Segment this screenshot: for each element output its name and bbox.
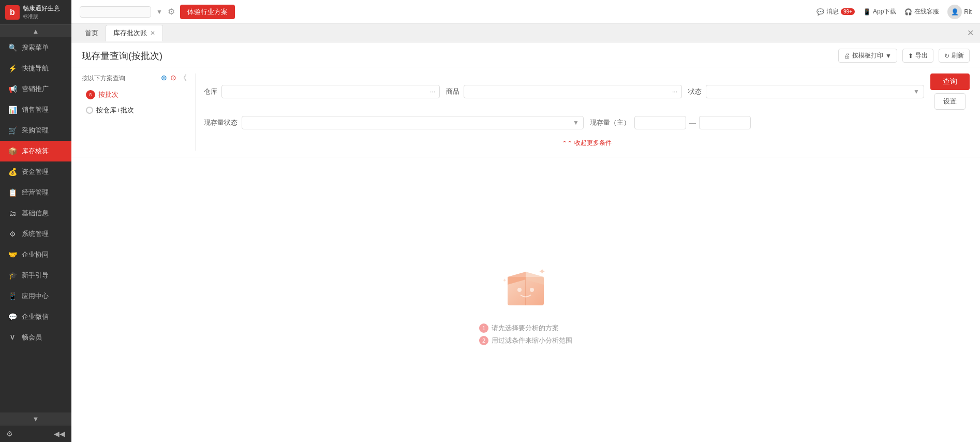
- messages-badge: 99+: [841, 8, 855, 15]
- sidebar-item-operations[interactable]: 📋 经营管理: [0, 182, 71, 203]
- system-icon: ⚙: [7, 229, 18, 239]
- enterprise-icon: 🤝: [7, 249, 18, 260]
- empty-illustration: ✦ ✦: [495, 251, 557, 313]
- purchase-icon: 🛒: [7, 125, 18, 136]
- basic-info-icon: 🗂: [7, 208, 18, 218]
- search-input[interactable]: [84, 8, 146, 16]
- sidebar-item-sales[interactable]: 📊 销售管理: [0, 99, 71, 120]
- sidebar-header: b 畅康通好生意 标准版: [0, 0, 71, 25]
- filter-group-product: 商品 ···: [446, 85, 682, 98]
- warehouse-label: 仓库: [204, 87, 217, 96]
- sidebar-item-app-center[interactable]: 📱 应用中心: [0, 286, 71, 306]
- warehouse-input[interactable]: ···: [221, 85, 440, 98]
- product-label: 商品: [446, 87, 459, 96]
- tab-home-label: 首页: [85, 28, 98, 38]
- query-button[interactable]: 查询: [930, 73, 970, 90]
- sidebar-item-system[interactable]: ⚙ 系统管理: [0, 224, 71, 244]
- sidebar-scroll-up[interactable]: ▲: [0, 25, 71, 37]
- qty-min-input[interactable]: [634, 116, 686, 129]
- add-scheme-icon[interactable]: ⊕: [161, 73, 167, 83]
- topbar-gear-icon[interactable]: ⚙: [168, 7, 175, 17]
- sidebar-logo: b 畅康通好生意 标准版: [5, 4, 66, 20]
- online-service-label: 在线客服: [914, 7, 939, 16]
- refresh-btn[interactable]: ↻ 刷新: [939, 49, 970, 63]
- inventory-status-arrow-icon: ▼: [573, 119, 579, 126]
- empty-box-svg: ✦ ✦: [495, 251, 557, 313]
- user-avatar: 👤: [947, 5, 962, 19]
- export-icon: ⬆: [908, 52, 913, 60]
- sidebar: b 畅康通好生意 标准版 ▲ 🔍 搜索菜单 ⚡ 快捷导航 📢 营销推广 📊 销售…: [0, 0, 71, 442]
- collapse-filter-icon[interactable]: 《: [180, 73, 187, 83]
- messages-btn[interactable]: 💬 消息 99+: [816, 7, 855, 16]
- svg-text:✦: ✦: [539, 267, 545, 276]
- sidebar-item-newbie[interactable]: 🎓 新手引导: [0, 265, 71, 286]
- sidebar-item-wechat[interactable]: 💬 企业微信: [0, 306, 71, 327]
- empty-hints-list: 1 请先选择要分析的方案 2 用过滤条件来缩小分析范围: [479, 323, 572, 348]
- dropdown-arrow-icon[interactable]: ▼: [156, 8, 162, 16]
- batch-active-icon: ⊙: [86, 90, 95, 99]
- refresh-icon: ↻: [944, 52, 949, 60]
- sidebar-item-basic-info[interactable]: 🗂 基础信息: [0, 203, 71, 224]
- collapse-sidebar-icon[interactable]: ◀◀: [54, 430, 65, 438]
- filter-group-warehouse: 仓库 ···: [204, 85, 440, 98]
- headset-icon: 🎧: [904, 8, 912, 16]
- qty-max-input[interactable]: [699, 116, 751, 129]
- print-dropdown-icon: ▼: [885, 52, 892, 60]
- filter-option-warehouse-batch[interactable]: 按仓库+批次: [82, 102, 187, 118]
- inventory-status-select[interactable]: ▼: [242, 116, 584, 129]
- collapse-chevron-icon: ⌃⌃: [562, 140, 572, 147]
- hint-2: 2 用过滤条件来缩小分析范围: [479, 336, 572, 345]
- app-download-btn[interactable]: 📱 App下载: [863, 7, 896, 16]
- settings-icon[interactable]: ⚙: [6, 430, 13, 438]
- topbar-left: ▼ ⚙ 体验行业方案: [80, 5, 235, 19]
- app-logo-icon: b: [5, 5, 20, 20]
- product-input[interactable]: ···: [464, 85, 682, 98]
- operations-icon: 📋: [7, 187, 18, 198]
- sidebar-item-inventory[interactable]: 📦 库存核算: [0, 141, 71, 161]
- online-service-btn[interactable]: 🎧 在线客服: [904, 7, 939, 16]
- topbar-right: 💬 消息 99+ 📱 App下载 🎧 在线客服 👤 Rit: [816, 5, 972, 19]
- filter-group-inventory-status: 现存量状态 ▼: [204, 116, 584, 129]
- inventory-icon: 📦: [7, 146, 18, 156]
- search-menu-icon: 🔍: [7, 42, 18, 53]
- sidebar-item-search[interactable]: 🔍 搜索菜单: [0, 37, 71, 58]
- filter-option-batch[interactable]: ⊙ 按批次: [82, 87, 187, 102]
- finance-icon: 💰: [7, 167, 18, 177]
- topbar-search-box[interactable]: [80, 6, 151, 18]
- collapse-more-btn[interactable]: ⌃⌃ 收起更多条件: [204, 136, 970, 151]
- status-label: 状态: [688, 87, 702, 96]
- print-icon: 🖨: [844, 52, 850, 60]
- sidebar-item-member[interactable]: V 畅会员: [0, 327, 71, 348]
- product-dots-icon: ···: [672, 88, 677, 95]
- tab-panel-close-icon[interactable]: ✕: [967, 28, 974, 38]
- sidebar-item-quick-nav[interactable]: ⚡ 快捷导航: [0, 58, 71, 79]
- tab-home[interactable]: 首页: [78, 25, 106, 41]
- tab-inventory-batch-label: 库存批次账: [113, 28, 147, 38]
- main-area: ▼ ⚙ 体验行业方案 💬 消息 99+ 📱 App下载 🎧 在线客服 👤 Rit: [71, 0, 980, 442]
- status-arrow-icon: ▼: [913, 88, 919, 95]
- range-dash: —: [689, 119, 696, 127]
- filter-range-qty: —: [634, 116, 751, 129]
- export-btn[interactable]: ⬆ 导出: [902, 49, 933, 63]
- trial-button[interactable]: 体验行业方案: [180, 5, 235, 19]
- print-template-btn[interactable]: 🖨 按模板打印 ▼: [838, 49, 897, 63]
- status-select[interactable]: ▼: [706, 85, 924, 98]
- user-avatar-btn[interactable]: 👤 Rit: [947, 5, 972, 19]
- sidebar-footer: ⚙ ◀◀: [0, 425, 71, 442]
- tab-inventory-batch[interactable]: 库存批次账 ✕: [106, 25, 163, 41]
- sidebar-item-purchase[interactable]: 🛒 采购管理: [0, 120, 71, 141]
- sidebar-item-marketing[interactable]: 📢 营销推广: [0, 79, 71, 99]
- sidebar-scroll-down[interactable]: ▼: [0, 412, 71, 425]
- app-download-label: App下载: [873, 7, 896, 16]
- sidebar-item-finance[interactable]: 💰 资金管理: [0, 161, 71, 182]
- content-area: 现存量查询(按批次) 🖨 按模板打印 ▼ ⬆ 导出 ↻ 刷新: [71, 42, 980, 442]
- member-icon: V: [7, 332, 18, 343]
- tab-close-icon[interactable]: ✕: [150, 30, 155, 37]
- inventory-qty-label: 现存量（主）: [590, 118, 630, 127]
- settings-scheme-icon[interactable]: ⊙: [170, 73, 176, 83]
- empty-state: ✦ ✦ 1 请先选择要分析的方案 2 用过滤条件来缩小分析范围: [71, 157, 980, 442]
- setting-button[interactable]: 设置: [934, 93, 966, 110]
- sidebar-item-enterprise[interactable]: 🤝 企业协同: [0, 244, 71, 265]
- filter-group-inventory-qty: 现存量（主） —: [590, 116, 970, 129]
- hint-2-text: 用过滤条件来缩小分析范围: [492, 336, 572, 345]
